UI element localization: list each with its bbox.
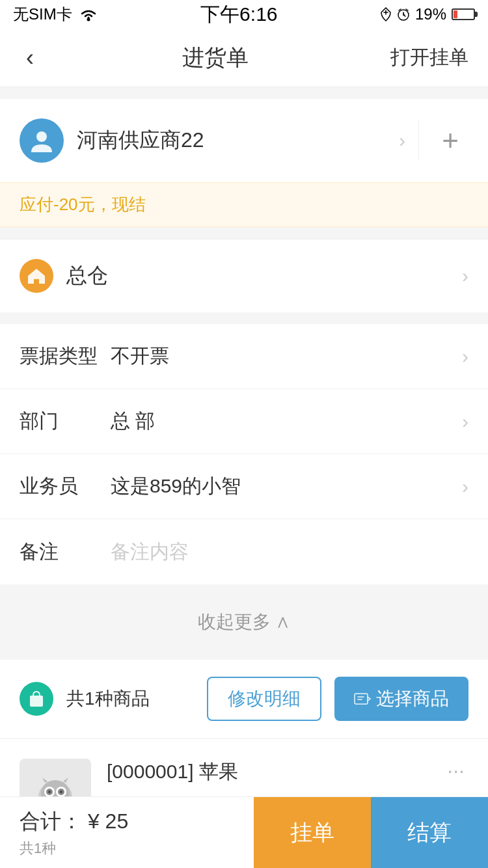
wifi-icon (79, 7, 98, 21)
battery-percent: 19% (415, 5, 446, 23)
total-label: 合计： (20, 809, 82, 833)
department-value: 总 部 (98, 408, 462, 435)
warehouse-row[interactable]: 总仓 › (0, 239, 488, 312)
product-count-text: 共1种商品 (66, 686, 194, 711)
svg-rect-3 (30, 696, 43, 707)
svg-rect-5 (355, 694, 368, 704)
department-row[interactable]: 部门 总 部 › (0, 389, 488, 454)
back-button[interactable]: ‹ (20, 38, 40, 78)
warehouse-name: 总仓 (66, 262, 462, 290)
status-left: 无SIM卡 (13, 4, 98, 25)
product-code: [0000001] (107, 761, 193, 782)
warehouse-icon (20, 259, 53, 293)
product-count-icon (20, 682, 53, 716)
home-icon (27, 267, 46, 285)
product-name: [0000001] 苹果 (107, 759, 427, 785)
salesman-row[interactable]: 业务员 这是859的小智 › (0, 454, 488, 519)
supplier-avatar (20, 118, 64, 163)
svg-point-2 (36, 131, 47, 142)
total-section: 合计： ¥ 25 共1种 (0, 797, 254, 868)
invoice-type-value: 不开票 (98, 343, 462, 370)
carrier-text: 无SIM卡 (13, 4, 72, 25)
nav-bar: ‹ 进货单 打开挂单 (0, 29, 488, 87)
warehouse-card[interactable]: 总仓 › (0, 239, 488, 312)
total-value: ¥ 25 (88, 809, 128, 833)
invoice-chevron-icon: › (462, 346, 468, 368)
separator-top (0, 87, 488, 99)
battery-icon (452, 8, 475, 20)
settle-button[interactable]: 结算 (371, 797, 488, 868)
remark-placeholder: 备注内容 (98, 539, 468, 565)
add-supplier-button[interactable]: + (432, 122, 468, 159)
product-header: 共1种商品 修改明细 选择商品 (0, 660, 488, 738)
product-more-button[interactable]: ··· (443, 759, 468, 783)
status-right: 19% (380, 5, 475, 23)
warehouse-chevron-icon: › (462, 265, 468, 287)
total-amount: 合计： ¥ 25 (20, 807, 234, 836)
invoice-type-label: 票据类型 (20, 343, 98, 370)
department-chevron-icon: › (462, 411, 468, 433)
svg-point-15 (60, 791, 62, 793)
hang-button[interactable]: 挂单 (254, 797, 371, 868)
form-card: 票据类型 不开票 › 部门 总 部 › 业务员 这是859的小智 › 备注 备注… (0, 324, 488, 584)
select-product-icon (354, 692, 371, 706)
edit-detail-button[interactable]: 修改明细 (207, 677, 321, 721)
remark-label: 备注 (20, 539, 98, 565)
bottom-bar: 合计： ¥ 25 共1种 挂单 结算 (0, 796, 488, 868)
product-name-text: 苹果 (199, 761, 238, 782)
alarm-icon (397, 7, 410, 21)
supplier-divider (418, 121, 419, 160)
invoice-type-row[interactable]: 票据类型 不开票 › (0, 324, 488, 389)
warning-banner: 应付-20元，现结 (0, 182, 488, 227)
supplier-chevron-icon: › (399, 129, 405, 152)
salesman-value: 这是859的小智 (98, 473, 462, 500)
location-icon (380, 7, 392, 21)
svg-point-14 (48, 791, 51, 793)
bag-icon (27, 689, 46, 709)
supplier-name: 河南供应商22 (77, 126, 399, 155)
select-product-label: 选择商品 (376, 686, 449, 711)
main-content: 河南供应商22 › + 应付-20元，现结 总仓 › 票据类型 不开票 › 部门 (0, 87, 488, 868)
select-product-button[interactable]: 选择商品 (334, 677, 468, 721)
salesman-label: 业务员 (20, 473, 98, 500)
person-icon (29, 128, 55, 154)
supplier-row[interactable]: 河南供应商22 › + (0, 99, 488, 182)
status-bar: 无SIM卡 下午6:16 19% (0, 0, 488, 29)
salesman-chevron-icon: › (462, 476, 468, 498)
supplier-card: 河南供应商22 › + 应付-20元，现结 (0, 99, 488, 227)
svg-point-0 (87, 18, 90, 21)
department-label: 部门 (20, 408, 98, 435)
page-title: 进货单 (182, 43, 249, 73)
collapse-button[interactable]: 收起更多 ∧ (0, 596, 488, 648)
remark-row[interactable]: 备注 备注内容 (0, 519, 488, 584)
open-hang-button[interactable]: 打开挂单 (390, 44, 468, 71)
status-time: 下午6:16 (200, 1, 277, 28)
total-count: 共1种 (20, 839, 234, 858)
